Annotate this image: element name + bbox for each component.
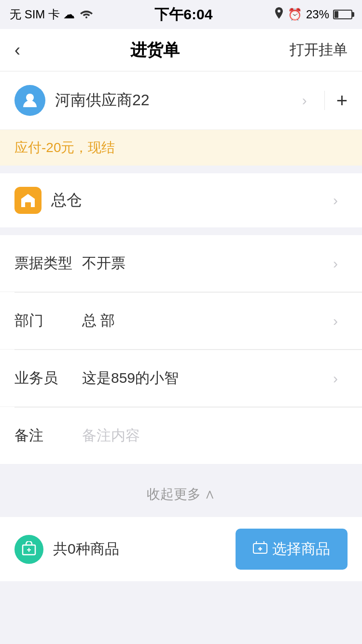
svg-point-1 (26, 94, 34, 101)
main-content: 河南供应商22 › + 应付-20元，现结 总仓 › 票据类型 不开票 (0, 71, 362, 644)
status-time: 下午6:04 (154, 5, 212, 25)
warehouse-name: 总仓 (51, 190, 333, 211)
status-right: ⏰ 23% (274, 7, 352, 22)
page-title: 进货单 (130, 39, 180, 61)
warehouse-chevron-icon: › (333, 192, 338, 209)
department-row[interactable]: 部门 总 部 › (0, 293, 362, 350)
supplier-row[interactable]: 河南供应商22 › + (0, 71, 362, 130)
form-card: 票据类型 不开票 › 部门 总 部 › 业务员 这是859的小智 › 备注 备注… (0, 235, 362, 464)
clock-icon: ⏰ (288, 8, 302, 21)
sim-text: 无 SIM 卡 ☁ (10, 7, 75, 22)
salesman-label: 业务员 (14, 368, 82, 388)
open-pending-button[interactable]: 打开挂单 (290, 40, 348, 60)
supplier-card: 河南供应商22 › + 应付-20元，现结 (0, 71, 362, 166)
invoice-row[interactable]: 票据类型 不开票 › (0, 235, 362, 292)
bottom-bar: 共0种商品 选择商品 (0, 517, 362, 581)
supplier-avatar (14, 85, 45, 116)
collapse-button[interactable]: 收起更多 ∧ (0, 472, 362, 517)
select-product-button[interactable]: 选择商品 (236, 529, 348, 570)
invoice-value: 不开票 (82, 253, 333, 273)
wifi-icon (80, 8, 93, 21)
department-label: 部门 (14, 311, 82, 331)
battery-icon (333, 10, 352, 19)
select-product-label: 选择商品 (272, 539, 330, 559)
svg-rect-2 (25, 202, 31, 207)
invoice-chevron-icon: › (333, 255, 338, 272)
alert-banner: 应付-20元，现结 (0, 130, 362, 166)
remark-row[interactable]: 备注 备注内容 (0, 407, 362, 464)
warehouse-row[interactable]: 总仓 › (0, 173, 362, 227)
select-product-icon (253, 541, 267, 557)
remark-label: 备注 (14, 426, 82, 446)
svg-point-0 (85, 16, 87, 18)
warehouse-icon (14, 187, 42, 214)
salesman-row[interactable]: 业务员 这是859的小智 › (0, 350, 362, 407)
location-icon (274, 7, 284, 22)
battery-text: 23% (306, 8, 329, 21)
invoice-label: 票据类型 (14, 253, 82, 273)
status-bar: 无 SIM 卡 ☁ 下午6:04 ⏰ 23% (0, 0, 362, 29)
product-count: 共0种商品 (53, 539, 236, 559)
supplier-divider (324, 91, 325, 110)
department-value: 总 部 (82, 311, 333, 331)
remark-input[interactable]: 备注内容 (82, 426, 348, 446)
status-left: 无 SIM 卡 ☁ (10, 7, 93, 22)
supplier-name: 河南供应商22 (55, 90, 302, 111)
nav-bar: ‹ 进货单 打开挂单 (0, 29, 362, 71)
department-chevron-icon: › (333, 313, 338, 329)
salesman-value: 这是859的小智 (82, 368, 333, 388)
warehouse-card[interactable]: 总仓 › (0, 173, 362, 227)
product-icon (14, 535, 43, 564)
salesman-chevron-icon: › (333, 370, 338, 387)
bottom-spacer (0, 581, 362, 644)
supplier-chevron-icon: › (302, 92, 307, 109)
back-button[interactable]: ‹ (14, 40, 20, 60)
add-supplier-button[interactable]: + (336, 90, 348, 112)
